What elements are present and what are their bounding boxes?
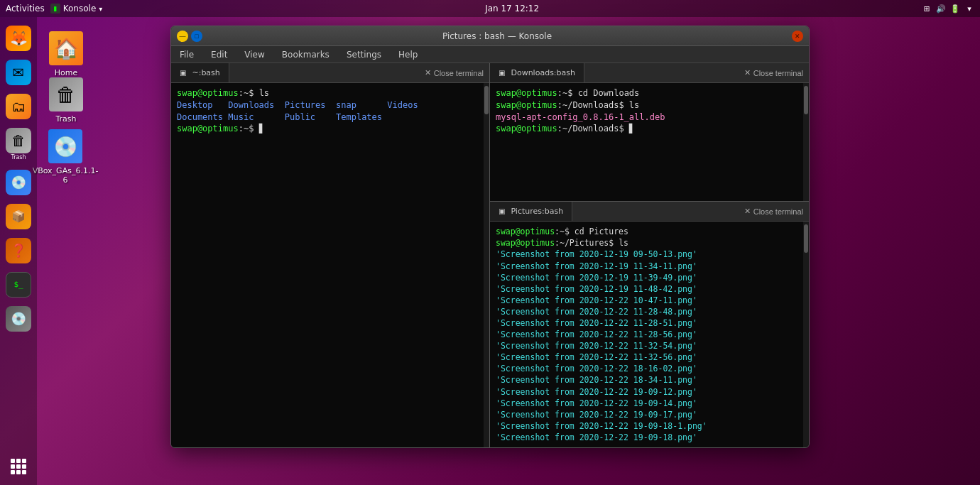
rb-line-4: 'Screenshot from 2020-12-19 11-34-11.png… bbox=[496, 261, 797, 272]
rb-line-17: 'Screenshot from 2020-12-22 19-09-17.png… bbox=[496, 409, 797, 420]
minimize-button[interactable]: — bbox=[177, 31, 188, 42]
vbox-label: VBox_GAs_6.1.1-6 bbox=[33, 166, 99, 185]
right-top-scroll-thumb bbox=[804, 86, 808, 114]
activities-button[interactable]: Activities bbox=[6, 4, 45, 13]
left-line-2: Desktop Downloads Pictures snap Videos bbox=[177, 99, 478, 111]
right-bottom-terminal-area: swap@optimus:~$ cd Pictures swap@optimus… bbox=[490, 222, 809, 447]
appgrid-icon: 📦 bbox=[6, 204, 31, 229]
close-button[interactable]: ✕ bbox=[792, 31, 803, 42]
left-terminal-content[interactable]: swap@optimus:~$ ls Desktop Downloads Pic… bbox=[171, 83, 484, 447]
left-tab-bar: ▣ ~:bash ✕ Close terminal bbox=[171, 63, 489, 83]
right-bottom-close-label: Close terminal bbox=[753, 207, 803, 216]
menu-file[interactable]: File bbox=[177, 48, 197, 61]
right-bottom-close-terminal-button[interactable]: ✕ Close terminal bbox=[739, 202, 809, 221]
rb-line-6: 'Screenshot from 2020-12-19 11-48-42.png… bbox=[496, 283, 797, 295]
right-top-close-terminal-button[interactable]: ✕ Close terminal bbox=[739, 63, 809, 82]
rb-line-19: 'Screenshot from 2020-12-22 19-09-18.png… bbox=[496, 432, 797, 443]
menu-view[interactable]: View bbox=[241, 48, 267, 61]
right-bottom-scroll-thumb bbox=[804, 224, 808, 253]
right-bottom-tab-label: Pictures:bash bbox=[511, 207, 563, 216]
left-line-4: swap@optimus:~$ ▋ bbox=[177, 123, 478, 135]
menu-bookmarks[interactable]: Bookmarks bbox=[279, 48, 332, 61]
rb-line-7: 'Screenshot from 2020-12-22 10-47-11.png… bbox=[496, 295, 797, 306]
dock-item-appgrid[interactable]: 📦 bbox=[1, 201, 36, 232]
terminal-tab-icon: ▣ bbox=[180, 69, 186, 77]
dock-item-vbox[interactable]: 💿 bbox=[1, 167, 36, 198]
right-bottom-scrollbar[interactable] bbox=[803, 222, 809, 447]
terminal-dock-icon: $_ bbox=[6, 272, 31, 298]
dock-item-thunderbird[interactable]: ✉ bbox=[1, 57, 36, 88]
app-launcher-button[interactable] bbox=[6, 454, 31, 479]
trash-desktop-icon: 🗑 bbox=[49, 77, 83, 111]
konsole-dropdown-icon[interactable]: ▾ bbox=[99, 5, 102, 13]
menu-edit[interactable]: Edit bbox=[208, 48, 230, 61]
rb-line-13: 'Screenshot from 2020-12-22 18-16-02.png… bbox=[496, 363, 797, 374]
desktop-icon-home[interactable]: 🏠 Home bbox=[41, 28, 91, 80]
konsole-icon: ▮ bbox=[50, 4, 60, 13]
battery-icon[interactable]: 🔋 bbox=[950, 4, 960, 13]
right-top-terminal-area: swap@optimus:~$ cd Downloads swap@optimu… bbox=[490, 83, 809, 201]
left-terminal-area: swap@optimus:~$ ls Desktop Downloads Pic… bbox=[171, 83, 489, 447]
terminal-right: ▣ Downloads:bash ✕ Close terminal swap@o… bbox=[490, 63, 809, 447]
rb-line-3: 'Screenshot from 2020-12-19 09-50-13.png… bbox=[496, 249, 797, 260]
topbar-datetime: Jan 17 12:12 bbox=[485, 4, 539, 13]
rb-line-9: 'Screenshot from 2020-12-22 11-28-51.png… bbox=[496, 317, 797, 329]
dock-label-trash: Trash bbox=[11, 155, 26, 161]
dock-item-files[interactable]: 🗂 bbox=[1, 91, 36, 122]
desktop-icon-trash[interactable]: 🗑 Trash bbox=[41, 75, 91, 126]
window-menubar: File Edit View Bookmarks Settings Help bbox=[171, 46, 809, 63]
rb-line-16: 'Screenshot from 2020-12-22 19-09-14.png… bbox=[496, 398, 797, 409]
rt-line-4: swap@optimus:~/Downloads$ ▋ bbox=[496, 123, 797, 135]
konsole-taskbar-label: Konsole bbox=[63, 4, 97, 13]
left-close-terminal-label: Close terminal bbox=[434, 69, 484, 77]
system-menu-icon[interactable]: ▾ bbox=[964, 4, 974, 13]
grid-dots-icon bbox=[11, 459, 26, 474]
close-terminal-icon-rt: ✕ bbox=[744, 68, 751, 77]
rt-line-2: swap@optimus:~/Downloads$ ls bbox=[496, 99, 797, 111]
right-top-close-label: Close terminal bbox=[753, 69, 803, 77]
right-bottom-tab[interactable]: ▣ Pictures:bash bbox=[490, 202, 572, 221]
rt-line-1: swap@optimus:~$ cd Downloads bbox=[496, 87, 797, 99]
dock-item-help[interactable]: ❓ bbox=[1, 235, 36, 266]
left-scrollbar[interactable] bbox=[484, 83, 489, 447]
dock-item-home[interactable]: 🦊 bbox=[1, 23, 36, 54]
rb-line-15: 'Screenshot from 2020-12-22 19-09-12.png… bbox=[496, 386, 797, 398]
dock-item-dvd[interactable]: 💿 bbox=[1, 303, 36, 334]
rb-line-1: swap@optimus:~$ cd Pictures bbox=[496, 226, 797, 237]
terminal-right-top: ▣ Downloads:bash ✕ Close terminal swap@o… bbox=[490, 63, 809, 202]
close-terminal-icon-rb: ✕ bbox=[744, 207, 751, 216]
network-icon[interactable]: ⊞ bbox=[922, 4, 932, 13]
konsole-taskbar[interactable]: ▮ Konsole ▾ bbox=[50, 4, 103, 13]
desktop-icon-vbox[interactable]: 💿 VBox_GAs_6.1.1-6 bbox=[37, 126, 94, 187]
trash-label: Trash bbox=[55, 114, 76, 124]
left-tab[interactable]: ▣ ~:bash bbox=[171, 63, 229, 82]
left-tab-label: ~:bash bbox=[192, 68, 219, 77]
menu-help[interactable]: Help bbox=[396, 48, 420, 61]
rb-line-12: 'Screenshot from 2020-12-22 11-32-56.png… bbox=[496, 352, 797, 363]
topbar: Activities ▮ Konsole ▾ Jan 17 12:12 ⊞ 🔊 … bbox=[0, 0, 980, 17]
volume-icon[interactable]: 🔊 bbox=[936, 4, 946, 13]
rb-line-2: swap@optimus:~/Pictures$ ls bbox=[496, 237, 797, 249]
window-title: Pictures : bash — Konsole bbox=[202, 31, 792, 41]
right-top-scrollbar[interactable] bbox=[803, 83, 809, 201]
right-top-terminal-content[interactable]: swap@optimus:~$ cd Downloads swap@optimu… bbox=[490, 83, 803, 201]
left-scroll-thumb bbox=[484, 86, 489, 114]
help-icon: ❓ bbox=[6, 238, 31, 263]
topbar-left: Activities ▮ Konsole ▾ bbox=[6, 4, 102, 13]
terminal-right-bottom: ▣ Pictures:bash ✕ Close terminal swap@op… bbox=[490, 202, 809, 447]
window-titlebar: — □ Pictures : bash — Konsole ✕ bbox=[171, 26, 809, 46]
maximize-button[interactable]: □ bbox=[191, 31, 202, 42]
right-top-tab[interactable]: ▣ Downloads:bash bbox=[490, 63, 584, 82]
rb-line-8: 'Screenshot from 2020-12-22 11-28-48.png… bbox=[496, 306, 797, 317]
dock-item-terminal[interactable]: $_ bbox=[1, 269, 36, 300]
menu-settings[interactable]: Settings bbox=[344, 48, 384, 61]
dock-item-trash[interactable]: 🗑 Trash bbox=[1, 125, 36, 164]
topbar-right: ⊞ 🔊 🔋 ▾ bbox=[922, 4, 974, 13]
left-line-3: Documents Music Public Templates bbox=[177, 111, 478, 124]
rb-line-14: 'Screenshot from 2020-12-22 18-34-11.png… bbox=[496, 374, 797, 386]
rb-line-5: 'Screenshot from 2020-12-19 11-39-49.png… bbox=[496, 272, 797, 283]
files-icon: 🗂 bbox=[6, 94, 31, 119]
right-bottom-terminal-content[interactable]: swap@optimus:~$ cd Pictures swap@optimus… bbox=[490, 222, 803, 447]
left-close-terminal-button[interactable]: ✕ Close terminal bbox=[419, 63, 489, 82]
rt-line-3: mysql-apt-config_0.8.16-1_all.deb bbox=[496, 111, 797, 124]
